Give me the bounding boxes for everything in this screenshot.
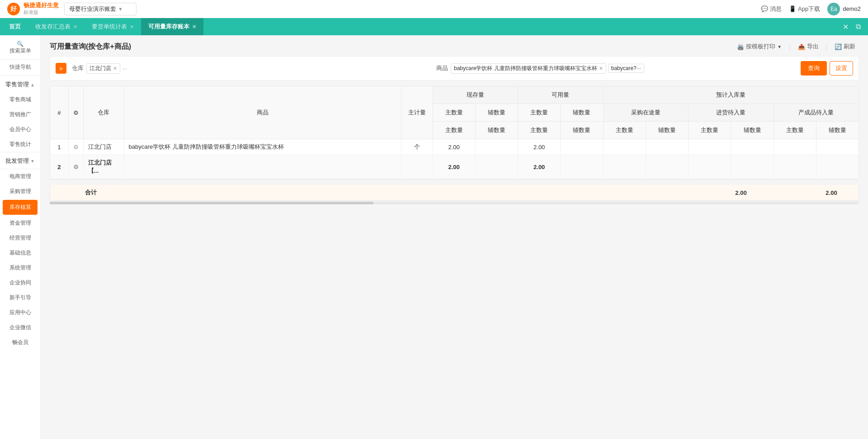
row2-product: [124, 155, 401, 179]
top-bar: 好 畅捷通好生意 标准版 母婴行业演示账套 ▼ 💬 消息 📱 App下载 Ea …: [0, 0, 868, 18]
filter-product-group: 商品 babycare学饮杯 儿童防摔防撞吸管杯重力球吸嘴杯宝宝水杯 ✕ bab…: [436, 63, 795, 74]
row1-index: 1: [50, 139, 68, 155]
th-products-aux: 辅数量: [816, 122, 859, 139]
row1-avail-main: 2.00: [518, 139, 561, 155]
sidebar-item-wechat-work[interactable]: 企业微信: [0, 320, 40, 335]
sidebar: 🔍 搜索菜单 快捷导航 零售管理 ▲ 零售商城 营销推广 会员中心 零售统计: [0, 35, 41, 439]
row2-gear[interactable]: ⚙: [68, 155, 83, 179]
tab-receive-send[interactable]: 收发存汇总表 ✕: [28, 18, 85, 35]
sidebar-item-basic-info[interactable]: 基础信息: [0, 245, 40, 260]
main-content: 可用量查询(按仓库+商品) 🖨️ 按模板打印 ▼ | 📤 导出 | 🔄 刷新: [41, 35, 868, 439]
filter-expand-button[interactable]: »: [56, 63, 66, 74]
remove-warehouse-tag[interactable]: ✕: [113, 66, 117, 71]
query-button[interactable]: 查询: [801, 61, 827, 76]
sidebar-item-stock-check[interactable]: 库存核算: [3, 200, 38, 215]
tab-available-stock[interactable]: 可用量库存账本 ✕: [141, 18, 203, 35]
sidebar-item-changhui[interactable]: 畅会员: [0, 335, 40, 350]
th-avail-aux2: 辅数量: [561, 122, 603, 139]
sidebar-item-member[interactable]: 会员中心: [0, 122, 40, 137]
scrollbar-area: [41, 201, 868, 205]
message-button[interactable]: 💬 消息: [761, 5, 782, 13]
table-row: 1 ⚙ 江北门店 babycare学饮杯 儿童防摔防撞吸管杯重力球吸嘴杯宝宝水杯…: [50, 139, 859, 155]
sidebar-section-retail: 零售管理 ▲ 零售商城 营销推广 会员中心 零售统计: [0, 76, 40, 152]
th-products-pending: 产成品待入量: [774, 104, 859, 122]
sidebar-item-operations[interactable]: 经营管理: [0, 231, 40, 245]
sidebar-item-purchase[interactable]: 采购管理: [0, 184, 40, 199]
row1-products-aux: [816, 139, 859, 155]
row1-purchase-main: [603, 139, 646, 155]
sidebar-item-ecommerce[interactable]: 电商管理: [0, 169, 40, 184]
row1-incoming-main: [689, 139, 731, 155]
remove-product-tag[interactable]: ✕: [599, 66, 603, 71]
logo-icon: 好: [7, 3, 20, 15]
search-icon: 🔍: [17, 41, 24, 47]
th-purchase-aux: 辅数量: [646, 122, 688, 139]
store-selector[interactable]: 母婴行业演示账套 ▼: [64, 3, 137, 15]
stock-table: # ⚙ 仓库 商品 主计量 现存量 可用量 预计入库量 主数量 辅数量 主数量 …: [50, 86, 859, 179]
close-tab-order-stats[interactable]: ✕: [130, 24, 134, 30]
footer-label: 合计: [55, 189, 127, 197]
product-filter-label: 商品: [436, 64, 448, 72]
sidebar-section-wholesale-header[interactable]: 批发管理 ▼: [0, 152, 40, 169]
sidebar-quick-nav[interactable]: 快捷导航: [0, 60, 40, 76]
sidebar-item-finance[interactable]: 资金管理: [0, 216, 40, 231]
th-index: #: [50, 86, 68, 139]
app-icon: 📱: [789, 5, 796, 12]
sidebar-item-guide[interactable]: 新手引导: [0, 290, 40, 305]
th-available-qty: 可用量: [518, 86, 604, 104]
row2-purchase-main: [603, 155, 646, 179]
th-current-main: 主数量: [433, 104, 475, 122]
row1-warehouse: 江北门店: [83, 139, 124, 155]
th-purchase-transit: 采购在途量: [603, 104, 689, 122]
row1-gear[interactable]: ⚙: [68, 139, 83, 155]
close-all-tabs-button[interactable]: ✕: [841, 21, 850, 33]
close-tab-receive-send[interactable]: ✕: [73, 24, 77, 30]
sidebar-search[interactable]: 🔍 搜索菜单: [0, 37, 40, 60]
logo-sub: 标准版: [24, 9, 59, 16]
app-download-button[interactable]: 📱 App下载: [789, 5, 820, 13]
restore-window-button[interactable]: ⧉: [854, 21, 863, 33]
close-tab-available-stock[interactable]: ✕: [192, 24, 196, 30]
th-avail-main: 主数量: [518, 104, 561, 122]
row1-current-aux: [475, 139, 518, 155]
warehouse-more[interactable]: ···: [122, 65, 127, 72]
row2-products-main: [774, 155, 816, 179]
refresh-button[interactable]: 🔄 刷新: [831, 41, 859, 52]
sidebar-item-app-center[interactable]: 应用中心: [0, 305, 40, 320]
print-template-button[interactable]: 🖨️ 按模板打印 ▼: [733, 41, 785, 52]
tab-order-stats[interactable]: 要货单统计表 ✕: [85, 18, 141, 35]
th-settings[interactable]: ⚙: [68, 86, 83, 139]
row1-purchase-aux: [646, 139, 688, 155]
export-button[interactable]: 📤 导出: [794, 41, 822, 52]
sidebar-item-retail-store[interactable]: 零售商城: [0, 92, 40, 107]
sidebar-item-system[interactable]: 系统管理: [0, 260, 40, 275]
th-current-main2: 主数量: [433, 122, 475, 139]
settings-button[interactable]: 设置: [830, 61, 853, 76]
row1-incoming-aux: [731, 139, 774, 155]
th-incoming-aux: 辅数量: [731, 122, 774, 139]
warehouse-tag-jiangbei[interactable]: 江北门店 ✕: [86, 63, 120, 74]
row2-avail-aux: [561, 155, 603, 179]
sidebar-item-marketing[interactable]: 营销推广: [0, 107, 40, 122]
th-planned-inbound: 预计入库量: [603, 86, 859, 104]
top-bar-right: 💬 消息 📱 App下载 Ea demo2: [761, 3, 861, 15]
chevron-icon: ▼: [30, 159, 35, 164]
row2-incoming-aux: [731, 155, 774, 179]
product-tag-babycare[interactable]: babycare学饮杯 儿童防摔防撞吸管杯重力球吸嘴杯宝宝水杯 ✕: [451, 63, 606, 74]
th-current-stock: 现存量: [433, 86, 518, 104]
th-current-aux2: 辅数量: [475, 122, 518, 139]
th-warehouse: 仓库: [83, 86, 124, 139]
tab-home[interactable]: 首页: [2, 18, 28, 35]
sidebar-item-enterprise[interactable]: 企业协同: [0, 275, 40, 290]
sidebar-item-retail-stats[interactable]: 零售统计: [0, 137, 40, 152]
user-area[interactable]: Ea demo2: [827, 3, 861, 15]
row1-current-main: 2.00: [433, 139, 475, 155]
scrollbar-thumb[interactable]: [50, 202, 373, 204]
sidebar-section-retail-header[interactable]: 零售管理 ▲: [0, 76, 40, 92]
chevron-down-icon: ▼: [777, 44, 782, 49]
row2-index: 2: [50, 155, 68, 179]
top-bar-left: 好 畅捷通好生意 标准版 母婴行业演示账套 ▼: [7, 2, 137, 16]
scrollbar-track[interactable]: [50, 202, 859, 204]
product-tag-babycare-more[interactable]: babycare?···: [608, 64, 644, 73]
row2-purchase-aux: [646, 155, 688, 179]
